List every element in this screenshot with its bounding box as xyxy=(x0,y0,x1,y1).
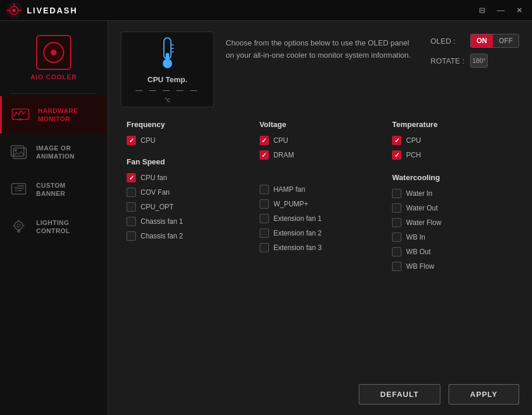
voltage-dram-item[interactable]: DRAM xyxy=(260,150,381,160)
fanspeed-ext2-item[interactable]: Extension fan 2 xyxy=(260,228,381,238)
default-button[interactable]: DEFAULT xyxy=(359,384,440,405)
fanspeed-chassis1-checkbox[interactable] xyxy=(127,217,136,226)
sidebar-item-custom-banner[interactable]: T CUSTOMBANNER xyxy=(0,171,107,208)
fanspeed-ext1-checkbox[interactable] xyxy=(260,214,269,223)
app-body: AIO COOLER HARDWAREMONITOR xyxy=(0,21,532,415)
sidebar-item-hardware-monitor[interactable]: HARDWAREMONITOR xyxy=(0,96,107,133)
wb-in-checkbox[interactable] xyxy=(392,233,401,242)
frequency-cpu-label: CPU xyxy=(141,136,155,145)
rotate-button[interactable]: 180° xyxy=(470,54,488,68)
fanspeed-cpufan-checkbox[interactable] xyxy=(127,173,136,182)
fanspeed-ext1-item[interactable]: Extension fan 1 xyxy=(260,214,381,223)
fanspeed-ext3-label: Extension fan 3 xyxy=(274,244,322,252)
oled-toggle[interactable]: ON OFF xyxy=(470,34,519,48)
fanspeed-covfan-item[interactable]: COV Fan xyxy=(127,188,248,197)
svg-point-30 xyxy=(163,59,172,68)
sidebar-logo-label: AIO COOLER xyxy=(30,73,77,80)
cpu-preview: CPU Temp. — — — — — °c xyxy=(121,31,214,107)
fanspeed-ext3-checkbox[interactable] xyxy=(260,243,269,252)
wb-flow-checkbox[interactable] xyxy=(392,262,401,271)
sidebar: AIO COOLER HARDWAREMONITOR xyxy=(0,21,108,415)
water-flow-item[interactable]: Water Flow xyxy=(392,218,513,227)
water-in-label: Water In xyxy=(406,189,432,198)
voltage-dram-label: DRAM xyxy=(274,151,294,159)
wb-flow-label: WB Flow xyxy=(406,262,434,270)
fanspeed-chassis1-item[interactable]: Chassis fan 1 xyxy=(127,217,248,226)
frequency-header: Frequency xyxy=(127,120,248,130)
column-mid: Voltage CPU DRAM HAMP fan W_PUMP+ xyxy=(254,118,387,376)
frequency-cpu-item[interactable]: CPU xyxy=(127,136,248,145)
water-out-label: Water Out xyxy=(406,204,438,212)
fanspeed-hamp-item[interactable]: HAMP fan xyxy=(260,185,381,194)
cpu-temp-dashes: — — — — — xyxy=(135,86,199,94)
monitor-grid: Frequency CPU Fan Speed CPU fan COV Fan xyxy=(121,118,519,376)
water-in-checkbox[interactable] xyxy=(392,189,401,198)
fanspeed-ext3-item[interactable]: Extension fan 3 xyxy=(260,243,381,252)
fanspeed-ext1-label: Extension fan 1 xyxy=(274,214,322,223)
thermometer-icon xyxy=(153,36,181,73)
temp-pch-item[interactable]: PCH xyxy=(392,150,513,160)
wb-flow-item[interactable]: WB Flow xyxy=(392,262,513,271)
svg-point-22 xyxy=(17,224,20,227)
water-flow-checkbox[interactable] xyxy=(392,218,401,227)
fanspeed-cpuopt-item[interactable]: CPU_OPT xyxy=(127,202,248,212)
fanspeed-chassis2-checkbox[interactable] xyxy=(127,231,136,241)
aio-cooler-icon xyxy=(36,35,71,70)
water-in-item[interactable]: Water In xyxy=(392,189,513,198)
oled-label: OLED : xyxy=(430,37,464,45)
fanspeed-mid-header xyxy=(260,178,381,179)
aio-cooler-dot xyxy=(51,50,57,55)
wb-in-item[interactable]: WB In xyxy=(392,233,513,242)
hardware-monitor-icon xyxy=(10,104,31,125)
voltage-cpu-item[interactable]: CPU xyxy=(260,136,381,145)
minimize-button[interactable]: — xyxy=(494,5,508,16)
sidebar-divider xyxy=(10,93,96,94)
wb-out-label: WB Out xyxy=(406,248,430,256)
temp-pch-checkbox[interactable] xyxy=(392,150,401,160)
oled-on-option[interactable]: ON xyxy=(471,34,493,47)
voltage-dram-checkbox[interactable] xyxy=(260,150,269,160)
svg-point-2 xyxy=(12,9,16,12)
fanspeed-wpump-checkbox[interactable] xyxy=(260,199,269,209)
sidebar-item-lighting-control[interactable]: LIGHTINGCONTROL xyxy=(0,208,107,245)
fanspeed-cpufan-label: CPU fan xyxy=(141,174,167,182)
top-section: CPU Temp. — — — — — °c Choose from the o… xyxy=(121,31,519,107)
temp-cpu-label: CPU xyxy=(406,136,421,145)
fanspeed-ext2-checkbox[interactable] xyxy=(260,228,269,238)
wb-out-checkbox[interactable] xyxy=(392,247,401,256)
close-button[interactable]: ✕ xyxy=(513,5,526,16)
oled-row: OLED : ON OFF xyxy=(430,34,519,48)
svg-point-17 xyxy=(15,221,23,230)
fanspeed-wpump-item[interactable]: W_PUMP+ xyxy=(260,199,381,209)
voltage-cpu-checkbox[interactable] xyxy=(260,136,269,145)
custom-banner-icon: T xyxy=(8,179,29,200)
cpu-temp-unit: °c xyxy=(165,97,170,103)
water-out-item[interactable]: Water Out xyxy=(392,203,513,213)
fanspeed-chassis2-label: Chassis fan 2 xyxy=(141,232,183,240)
fanspeed-chassis2-item[interactable]: Chassis fan 2 xyxy=(127,231,248,241)
fanspeed-cpuopt-checkbox[interactable] xyxy=(127,202,136,212)
lighting-control-icon xyxy=(8,216,29,237)
fanspeed-hamp-checkbox[interactable] xyxy=(260,185,269,194)
wb-out-item[interactable]: WB Out xyxy=(392,247,513,256)
sidebar-item-lighting-control-label: LIGHTINGCONTROL xyxy=(36,219,70,235)
temp-cpu-item[interactable]: CPU xyxy=(392,136,513,145)
menu-button[interactable]: ⊟ xyxy=(475,5,489,16)
top-controls: OLED : ON OFF ROTATE : 180° xyxy=(430,31,519,68)
fanspeed-ext2-label: Extension fan 2 xyxy=(274,229,322,237)
column-right: Temperature CPU PCH Watercooling Water I… xyxy=(386,118,519,376)
image-animation-icon xyxy=(8,142,29,163)
temp-cpu-checkbox[interactable] xyxy=(392,136,401,145)
svg-point-11 xyxy=(15,149,17,152)
fanspeed-header: Fan Speed xyxy=(127,157,248,167)
sidebar-item-image-animation-label: IMAGE ORANIMATION xyxy=(36,144,75,161)
apply-button[interactable]: APPLY xyxy=(449,384,519,405)
fanspeed-cpufan-item[interactable]: CPU fan xyxy=(127,173,248,182)
water-out-checkbox[interactable] xyxy=(392,203,401,213)
voltage-cpu-label: CPU xyxy=(274,136,288,145)
frequency-cpu-checkbox[interactable] xyxy=(127,136,136,145)
oled-off-option[interactable]: OFF xyxy=(493,34,519,47)
sidebar-item-image-animation[interactable]: IMAGE ORANIMATION xyxy=(0,133,107,171)
voltage-header: Voltage xyxy=(260,120,381,130)
fanspeed-covfan-checkbox[interactable] xyxy=(127,188,136,197)
